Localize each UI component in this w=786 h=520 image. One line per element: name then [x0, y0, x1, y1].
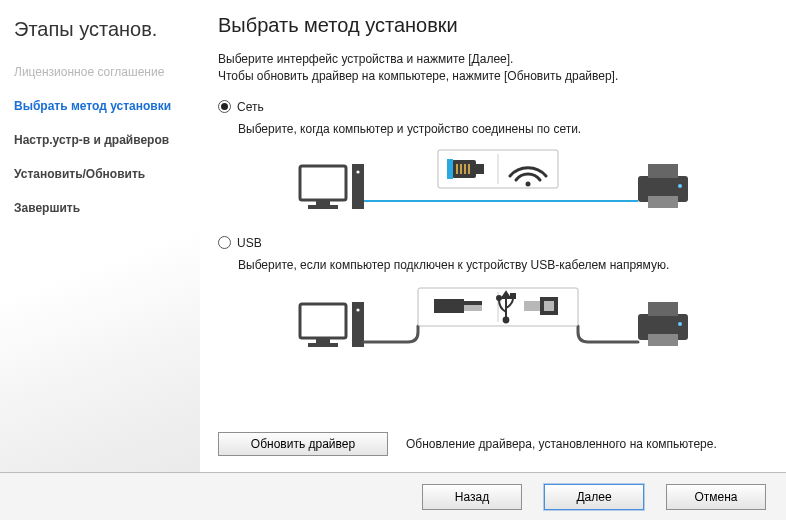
svg-point-30 [504, 317, 509, 322]
sidebar-title: Этапы установ. [14, 18, 188, 41]
svg-point-40 [678, 322, 682, 326]
svg-rect-12 [464, 164, 466, 174]
diagram-network [238, 146, 764, 226]
update-driver-row: Обновить драйвер Обновление драйвера, ус… [218, 426, 764, 464]
radio-network-label[interactable]: Сеть [237, 100, 264, 114]
svg-point-4 [356, 170, 359, 173]
svg-rect-28 [464, 301, 482, 305]
svg-rect-20 [316, 338, 330, 343]
radio-usb-label[interactable]: USB [237, 236, 262, 250]
usb-a-icon [434, 299, 482, 313]
update-driver-button[interactable]: Обновить драйвер [218, 432, 388, 456]
usb-badge [418, 288, 578, 326]
instruction-line-2: Чтобы обновить драйвер на компьютере, на… [218, 69, 618, 83]
svg-rect-13 [468, 164, 470, 174]
svg-point-18 [678, 184, 682, 188]
printer-icon [638, 164, 688, 208]
computer-icon [300, 164, 364, 209]
option-usb-desc: Выберите, если компьютер подключен к уст… [238, 258, 764, 272]
svg-rect-2 [308, 205, 338, 209]
svg-rect-26 [434, 299, 464, 313]
svg-rect-9 [447, 159, 453, 179]
update-driver-text: Обновление драйвера, установленного на к… [406, 437, 717, 451]
svg-rect-21 [308, 343, 338, 347]
svg-rect-36 [544, 301, 554, 311]
usb-cable-line [364, 326, 638, 342]
cancel-button[interactable]: Отмена [666, 484, 766, 510]
sidebar-item-license: Лицензионное соглашение [14, 65, 188, 79]
svg-rect-35 [524, 301, 540, 311]
radio-network[interactable] [218, 100, 231, 113]
sidebar: Этапы установ. Лицензионное соглашение В… [0, 0, 200, 472]
network-badge [438, 150, 558, 188]
svg-rect-8 [476, 164, 484, 174]
page-title: Выбрать метод установки [218, 14, 764, 37]
instruction-line-1: Выберите интерфейс устройства и нажмите … [218, 52, 513, 66]
computer-icon [300, 302, 364, 347]
printer-icon [638, 302, 688, 346]
next-button[interactable]: Далее [544, 484, 644, 510]
main-panel: Выбрать метод установки Выберите интерфе… [200, 0, 786, 472]
svg-rect-1 [316, 200, 330, 205]
svg-rect-38 [648, 302, 678, 316]
diagram-usb [238, 282, 764, 366]
footer: Назад Далее Отмена [0, 472, 786, 520]
svg-rect-11 [460, 164, 462, 174]
svg-rect-33 [511, 294, 515, 298]
svg-rect-0 [300, 166, 346, 200]
option-network: Сеть Выберите, когда компьютер и устройс… [218, 100, 764, 226]
instruction-text: Выберите интерфейс устройства и нажмите … [218, 51, 764, 86]
option-usb: USB Выберите, если компьютер подключен к… [218, 236, 764, 366]
sidebar-item-method: Выбрать метод установки [14, 99, 188, 113]
sidebar-item-configure: Настр.устр-в и драйверов [14, 133, 188, 147]
svg-rect-17 [648, 196, 678, 208]
radio-usb[interactable] [218, 236, 231, 249]
svg-rect-19 [300, 304, 346, 338]
sidebar-item-finish: Завершить [14, 201, 188, 215]
svg-rect-10 [456, 164, 458, 174]
sidebar-item-install: Установить/Обновить [14, 167, 188, 181]
svg-point-23 [356, 308, 359, 311]
svg-point-32 [497, 296, 501, 300]
svg-rect-39 [648, 334, 678, 346]
back-button[interactable]: Назад [422, 484, 522, 510]
svg-rect-16 [648, 164, 678, 178]
option-network-desc: Выберите, когда компьютер и устройство с… [238, 122, 764, 136]
svg-point-14 [526, 181, 531, 186]
